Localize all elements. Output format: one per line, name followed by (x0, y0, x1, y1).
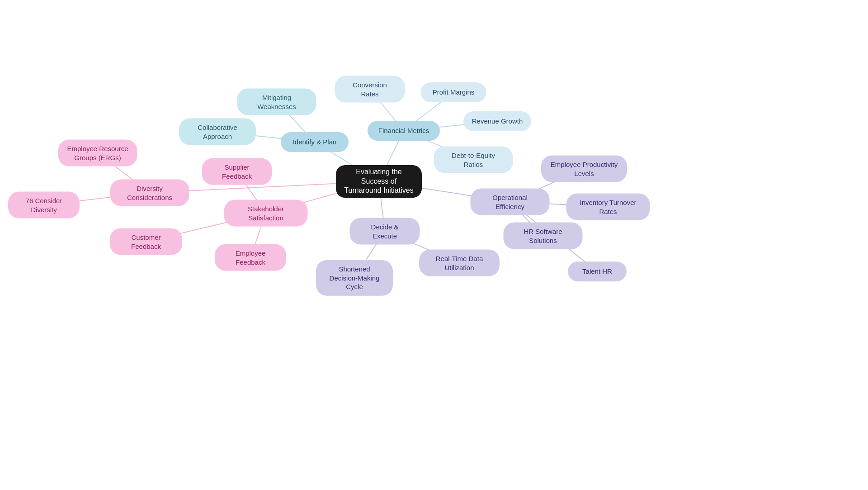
node-inventory-turnover[interactable]: Inventory Turnover Rates (566, 194, 650, 220)
node-talent-hr[interactable]: Talent HR (568, 262, 627, 281)
node-consider-diversity[interactable]: 76 Consider Diversity (8, 192, 80, 219)
node-diversity-considerations[interactable]: Diversity Considerations (110, 180, 189, 206)
node-stakeholder[interactable]: Stakeholder Satisfaction (224, 200, 308, 227)
node-collaborative[interactable]: Collaborative Approach (179, 119, 256, 145)
node-debt-equity[interactable]: Debt-to-Equity Ratios (434, 147, 513, 173)
node-employee-productivity[interactable]: Employee Productivity Levels (541, 156, 627, 182)
node-financial-metrics[interactable]: Financial Metrics (368, 121, 440, 141)
node-profit-margins[interactable]: Profit Margins (421, 82, 486, 102)
node-center[interactable]: Evaluating the Success of Turnaround Ini… (336, 165, 422, 198)
node-operational-efficiency[interactable]: Operational Efficiency (471, 189, 550, 215)
node-decide-execute[interactable]: Decide & Execute (350, 218, 420, 245)
node-hr-software[interactable]: HR Software Solutions (504, 223, 583, 249)
mindmap-container: Evaluating the Success of Turnaround Ini… (0, 0, 868, 490)
node-revenue-growth[interactable]: Revenue Growth (463, 111, 531, 131)
node-shortened-cycle[interactable]: Shortened Decision-Making Cycle (316, 260, 393, 296)
node-customer-feedback[interactable]: Customer Feedback (110, 228, 182, 255)
node-employee-feedback[interactable]: Employee Feedback (215, 244, 286, 271)
node-realtime-data[interactable]: Real-Time Data Utilization (419, 250, 500, 276)
node-identify-plan[interactable]: Identify & Plan (281, 132, 349, 152)
node-conversion-rates[interactable]: Conversion Rates (335, 76, 405, 103)
node-mitigating[interactable]: Mitigating Weaknesses (237, 89, 316, 115)
node-supplier-feedback[interactable]: Supplier Feedback (202, 158, 272, 185)
node-employee-resource[interactable]: Employee Resource Groups (ERGs) (58, 140, 137, 167)
